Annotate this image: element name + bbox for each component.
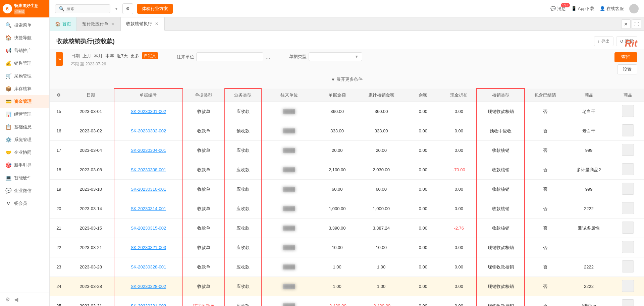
cell-biz-type: 应收款 [225, 238, 262, 257]
table-row: 22 2023-03-21 SK-20230321-003 收款单 应收款 ██… [50, 238, 644, 257]
expand-conditions-button[interactable]: ▼ 展开更多条件 [56, 74, 637, 84]
tab-cancel[interactable]: 收款核销执行 ✕ [121, 17, 165, 31]
doc-no-link[interactable]: SK-20230315-002 [131, 226, 166, 231]
sidebar-item-sales[interactable]: 💰 销售管理 [0, 57, 49, 70]
sidebar-item-operations[interactable]: 📊 经营管理 [0, 108, 49, 121]
cell-cancel-type: 现销收款核销 [477, 296, 524, 306]
sidebar-item-enterprise[interactable]: 🤝 企业协同 [0, 146, 49, 159]
search-chevron-icon[interactable]: ▼ [114, 6, 118, 11]
content: 收款核销执行(按收款) ↑ 导出 ↺ 刷新 » 日期 上月 [50, 31, 644, 306]
cell-cancel-type: 现销收款核销 [477, 238, 524, 257]
tab-close-all-button[interactable]: ✕ [621, 19, 631, 29]
search-input[interactable] [66, 6, 107, 11]
goods-image [622, 299, 634, 306]
sidebar-item-marketing[interactable]: 📢 营销推广 [0, 44, 49, 57]
doc-no-link[interactable]: SK-20230310-001 [131, 187, 166, 192]
filter-date-this-year[interactable]: 本年 [105, 53, 114, 59]
tab-prepay[interactable]: 预付款应付单 ✕ [77, 17, 121, 31]
online-service-button[interactable]: 👤 在线客服 [600, 6, 624, 12]
cell-doc-type: 红字收款单 [183, 296, 225, 306]
filter-doctype-select[interactable]: ▼ [309, 52, 362, 61]
sidebar-item-inventory[interactable]: 📦 库存核算 [0, 82, 49, 95]
basicinfo-icon: 📋 [5, 124, 11, 130]
sidebar-item-system[interactable]: ⚙️ 系统管理 [0, 133, 49, 146]
cell-date: 2023-03-28 [68, 257, 114, 277]
doc-no-link[interactable]: SK-20230304-001 [131, 148, 166, 153]
sidebar-item-guide[interactable]: 🎯 新手引导 [0, 159, 49, 172]
sidebar-item-hardware[interactable]: 💻 智能硬件 [0, 172, 49, 184]
cell-balance: 0.00 [405, 141, 441, 160]
search-icon: 🔍 [5, 22, 11, 28]
settings-icon[interactable]: ⚙ [5, 296, 10, 303]
filter-partner-input[interactable] [196, 52, 263, 61]
cell-goods-img [612, 160, 644, 180]
cell-num: 15 [50, 102, 68, 121]
filter-date-col: 日期 上月 本月 本年 近7天 更多 自定义 不限 至 2023-07-26 [71, 52, 158, 67]
cell-balance: 0.00 [405, 121, 441, 141]
purchase-icon: 🛒 [5, 73, 11, 79]
tab-close-cancel[interactable]: ✕ [154, 21, 159, 27]
sidebar-item-basicinfo[interactable]: 📋 基础信息 [0, 121, 49, 133]
doc-no-link[interactable]: SK-20230314-001 [131, 206, 166, 211]
chevron-down-icon: ▼ [331, 77, 335, 82]
message-button[interactable]: 💬 消息 99+ [550, 6, 566, 12]
goods-image [622, 183, 634, 195]
doc-no-link[interactable]: SK-20230302-002 [131, 128, 166, 133]
cell-goods-img [612, 277, 644, 296]
filter-date-7days[interactable]: 近7天 [117, 53, 128, 59]
user-avatar[interactable] [629, 4, 639, 13]
filter-custom-button[interactable]: 自定义 [142, 52, 158, 59]
query-button[interactable]: 查询 [614, 52, 637, 62]
cell-cancel-amount: 360.00 [358, 102, 405, 121]
filter-settings-button[interactable]: 设置 [617, 64, 637, 74]
operations-icon: 📊 [5, 111, 11, 117]
sidebar: 6 畅康道好生意 标推版 🔍 搜索菜单 🏠 快捷导航 📢 营销推广 💰 销售管理… [0, 0, 50, 306]
filter-expand-arrow[interactable]: » [56, 52, 63, 66]
cell-partner: ████ [261, 180, 316, 199]
cell-doc-type: 收款单 [183, 277, 225, 296]
cell-date: 2023-03-10 [68, 180, 114, 199]
table-row: 23 2023-03-28 SK-20230328-001 收款单 应收款 ██… [50, 257, 644, 277]
sidebar-item-weixin[interactable]: 💬 企业微信 [0, 184, 49, 197]
filter-partner-dots[interactable]: ... [265, 53, 270, 60]
gear-button[interactable]: ⚙ [122, 3, 133, 14]
finance-icon: 💳 [5, 99, 11, 105]
tab-close-prepay[interactable]: ✕ [110, 21, 115, 27]
data-table: ⚙ 日期 单据编号 单据类型 业务类型 往来单位 单据金额 累计核销金额 余额 … [50, 88, 644, 306]
doc-no-link[interactable]: SK-20230308-001 [131, 167, 166, 172]
app-download-button[interactable]: 📱 App下载 [571, 6, 594, 12]
doc-no-link[interactable]: SK-20230328-002 [131, 284, 166, 289]
solution-button[interactable]: 体验行业方案 [137, 4, 173, 14]
sidebar-item-search[interactable]: 🔍 搜索菜单 [0, 19, 49, 32]
cell-discount: 0.00 [441, 180, 477, 199]
th-settings[interactable]: ⚙ [50, 88, 68, 102]
cell-discount: -2.76 [441, 219, 477, 238]
cell-goods-img [612, 141, 644, 160]
export-button[interactable]: ↑ 导出 [594, 36, 614, 46]
search-box[interactable]: 🔍 [55, 4, 110, 13]
cell-date: 2023-03-08 [68, 160, 114, 180]
doc-no-link[interactable]: SK-20230321-003 [131, 245, 166, 250]
sidebar-item-member[interactable]: V 畅会员 [0, 197, 49, 210]
tab-expand-button[interactable]: ⛶ [632, 19, 641, 29]
cell-doc-type: 收款单 [183, 141, 225, 160]
collapse-icon[interactable]: ◀ [14, 296, 18, 303]
doc-no-link[interactable]: SK-20230301-002 [131, 109, 166, 114]
sidebar-item-label: 企业微信 [14, 188, 32, 194]
tab-home[interactable]: 🏠 首页 [50, 17, 77, 31]
filter-date-this-month[interactable]: 本月 [94, 53, 103, 59]
sidebar-logo: 6 畅康道好生意 标推版 [0, 0, 49, 17]
sidebar-item-label: 智能硬件 [14, 175, 32, 181]
cell-biz-type: 应收款 [225, 277, 262, 296]
sidebar-item-purchase[interactable]: 🛒 采购管理 [0, 70, 49, 82]
th-biz-type: 业务类型 [225, 88, 262, 102]
doc-no-link[interactable]: SK-20230328-001 [131, 264, 166, 269]
sidebar-item-finance[interactable]: 💳 资金管理 [0, 95, 49, 108]
filter-date-last-month[interactable]: 上月 [83, 53, 91, 59]
filter-date-more[interactable]: 更多 [130, 53, 139, 59]
sidebar-item-quicknav[interactable]: 🏠 快捷导航 [0, 32, 49, 44]
cell-goods: 多计量商品2 [566, 160, 612, 180]
doc-no-link[interactable]: SK-20230331-002 [131, 303, 166, 306]
cell-num: 24 [50, 277, 68, 296]
cell-partner: ████ [261, 199, 316, 219]
